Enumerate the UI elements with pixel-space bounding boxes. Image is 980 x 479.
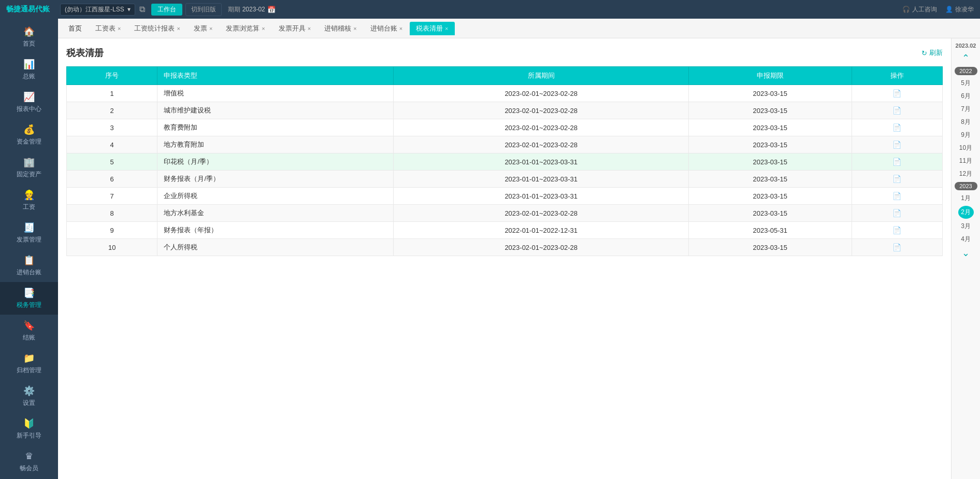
refresh-button[interactable]: ↻ 刷新 — [921, 48, 943, 58]
tab-close-icon[interactable]: × — [118, 25, 121, 32]
cell-period: 2022-01-01~2022-12-31 — [394, 222, 688, 239]
sidebar-item-settings[interactable]: ⚙️ 设置 — [0, 380, 58, 413]
date-nav-down[interactable]: ⌄ — [960, 246, 971, 260]
company-selector[interactable]: (勿动）江西服星-LSS ▾ — [60, 4, 135, 16]
sidebar-item-vip[interactable]: ♛ 畅会员 — [0, 445, 58, 478]
date-nav-up[interactable]: ⌃ — [960, 51, 971, 65]
action-icon[interactable]: 📄 — [892, 106, 901, 115]
sidebar-item-ledger[interactable]: 📊 总账 — [0, 53, 58, 86]
cell-action[interactable]: 📄 — [852, 85, 942, 102]
guide-icon: 🔰 — [23, 418, 35, 429]
action-icon[interactable]: 📄 — [892, 158, 901, 166]
workspace-button[interactable]: 工作台 — [151, 4, 182, 16]
cell-action[interactable]: 📄 — [852, 239, 942, 256]
month-item[interactable]: 7月 — [955, 103, 977, 116]
cell-period: 2023-02-01~2023-02-28 — [394, 239, 688, 256]
action-icon[interactable]: 📄 — [892, 89, 901, 97]
cell-action[interactable]: 📄 — [852, 136, 942, 153]
ledger-icon: 📊 — [23, 59, 35, 70]
sidebar-item-guide[interactable]: 🔰 新手引导 — [0, 413, 58, 445]
table-row: 5印花税（月/季）2023-01-01~2023-03-312023-03-15… — [67, 153, 943, 171]
action-icon[interactable]: 📄 — [892, 175, 901, 183]
tab-close-icon[interactable]: × — [262, 25, 265, 32]
sidebar-item-report[interactable]: 📈 报表中心 — [0, 86, 58, 119]
tab-label: 进销稽核 — [324, 24, 351, 33]
page-content: 税表清册 ↻ 刷新 序号申报表类型所属期间申报期限操作 1增值税2023-02-… — [58, 38, 980, 479]
tab-tax-register[interactable]: 税表清册× — [410, 22, 454, 35]
sidebar-item-invoice[interactable]: 🧾 发票管理 — [0, 217, 58, 249]
tab-salary[interactable]: 工资表× — [89, 22, 127, 35]
action-icon[interactable]: 📄 — [892, 243, 901, 251]
month-item[interactable]: 5月 — [955, 77, 977, 90]
sidebar-item-purchase[interactable]: 📋 进销台账 — [0, 249, 58, 282]
cell-type: 城市维护建设税 — [157, 102, 394, 119]
tab-label: 发票开具 — [279, 24, 306, 33]
month-item[interactable]: 10月 — [955, 142, 977, 154]
sidebar-item-label: 工资 — [23, 203, 35, 212]
period-value: 2023-02 — [242, 6, 265, 13]
cell-action[interactable]: 📄 — [852, 119, 942, 136]
cell-type: 财务报表（年报） — [157, 222, 394, 239]
sidebar-item-label: 设置 — [23, 399, 35, 407]
cell-action[interactable]: 📄 — [852, 102, 942, 119]
table-row: 7企业所得税2023-01-01~2023-03-312023-03-15📄 — [67, 188, 943, 205]
sidebar-item-label: 税务管理 — [17, 301, 41, 309]
cell-type: 地方水利基金 — [157, 205, 394, 222]
customer-service-btn[interactable]: 🎧 人工咨询 — [902, 5, 937, 14]
copy-icon[interactable]: ⧉ — [139, 5, 145, 14]
cell-action[interactable]: 📄 — [852, 153, 942, 171]
sidebar-item-fund[interactable]: 💰 资金管理 — [0, 119, 58, 151]
table-row: 10个人所得税2023-02-01~2023-02-282023-03-15📄 — [67, 239, 943, 256]
cell-deadline: 2023-03-15 — [688, 119, 852, 136]
sidebar-item-tax[interactable]: 📑 税务管理 — [0, 282, 58, 315]
month-item[interactable]: 2月 — [958, 206, 974, 219]
tab-invoice[interactable]: 发票× — [188, 22, 219, 35]
app-logo: 畅捷通易代账 — [6, 5, 50, 14]
cell-action[interactable]: 📄 — [852, 222, 942, 239]
tab-close-icon[interactable]: × — [209, 25, 212, 32]
old-version-button[interactable]: 切到旧版 — [185, 3, 222, 16]
tab-salary-report[interactable]: 工资统计报表× — [128, 22, 186, 35]
top-bar: 畅捷通易代账 (勿动）江西服星-LSS ▾ ⧉ 工作台 切到旧版 期期 2023… — [0, 0, 980, 19]
action-icon[interactable]: 📄 — [892, 226, 901, 234]
cell-seq: 8 — [67, 205, 157, 222]
tab-purchase-ledger[interactable]: 进销台账× — [364, 22, 409, 35]
month-item[interactable]: 8月 — [955, 116, 977, 129]
action-icon[interactable]: 📄 — [892, 123, 901, 132]
tab-close-icon[interactable]: × — [177, 25, 180, 32]
action-icon[interactable]: 📄 — [892, 140, 901, 149]
month-item[interactable]: 9月 — [955, 129, 977, 142]
month-item[interactable]: 12月 — [955, 167, 977, 180]
cell-deadline: 2023-03-15 — [688, 136, 852, 153]
sidebar-item-fixed[interactable]: 🏢 固定资产 — [0, 151, 58, 184]
calendar-icon[interactable]: 📅 — [267, 6, 276, 13]
tab-close-icon[interactable]: × — [445, 25, 448, 32]
user-menu-btn[interactable]: 👤 徐凌华 — [945, 5, 974, 14]
cell-action[interactable]: 📄 — [852, 205, 942, 222]
cell-action[interactable]: 📄 — [852, 188, 942, 205]
tab-label: 税表清册 — [416, 24, 443, 33]
sidebar-item-archive[interactable]: 📁 归档管理 — [0, 347, 58, 380]
month-item[interactable]: 11月 — [955, 154, 977, 167]
sidebar-item-label: 资金管理 — [17, 137, 41, 146]
tab-close-icon[interactable]: × — [353, 25, 356, 32]
sidebar-item-settlement[interactable]: 🔖 结账 — [0, 315, 58, 347]
tab-invoice-open[interactable]: 发票开具× — [272, 22, 317, 35]
sidebar-item-salary[interactable]: 👷 工资 — [0, 184, 58, 217]
page-header: 税表清册 ↻ 刷新 — [66, 47, 943, 59]
tab-close-icon[interactable]: × — [399, 25, 402, 32]
sidebar-item-home[interactable]: 🏠 首页 — [0, 21, 58, 53]
cell-type: 地方教育附加 — [157, 136, 394, 153]
action-icon[interactable]: 📄 — [892, 192, 901, 200]
action-icon[interactable]: 📄 — [892, 209, 901, 217]
tab-purchase-check[interactable]: 进销稽核× — [318, 22, 363, 35]
month-item[interactable]: 4月 — [955, 233, 977, 246]
tab-home[interactable]: 首页 — [62, 22, 88, 35]
month-item[interactable]: 3月 — [955, 220, 977, 233]
cell-action[interactable]: 📄 — [852, 171, 942, 188]
month-item[interactable]: 1月 — [955, 192, 977, 205]
month-item[interactable]: 6月 — [955, 90, 977, 103]
main-panel: 税表清册 ↻ 刷新 序号申报表类型所属期间申报期限操作 1增值税2023-02-… — [58, 38, 951, 479]
tab-close-icon[interactable]: × — [308, 25, 311, 32]
tab-invoice-query[interactable]: 发票浏览算× — [220, 22, 271, 35]
